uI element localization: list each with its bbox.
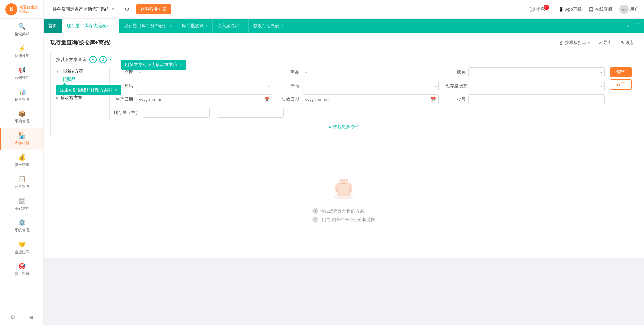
export-button[interactable]: ↗ 导出	[596, 38, 615, 47]
empty-tip-2: 2 用[过滤]条件来缩小分析范围	[312, 217, 375, 223]
sidebar-item-system[interactable]: ⚙️ 系统管理	[0, 215, 43, 237]
tab-close-batch-ledger[interactable]: ×	[206, 24, 208, 28]
origin-select[interactable]	[302, 81, 438, 91]
filter-field-expiry-date: 失效日期 📅	[279, 94, 438, 104]
collapse-sidebar-icon[interactable]: ◀	[28, 313, 34, 322]
filter-refresh-button[interactable]: ↺	[99, 56, 107, 63]
production-date-input[interactable]	[136, 94, 272, 104]
sidebar-item-enterprise[interactable]: 🤝 企业协同	[0, 237, 43, 259]
empty-illustration	[327, 168, 361, 201]
app-download-button[interactable]: 📱 App下载	[558, 6, 582, 12]
filter-field-origin: 产地 ▾	[279, 81, 438, 91]
online-support-button[interactable]: 🎧 在线客服	[588, 6, 612, 12]
sidebar-item-sales[interactable]: 📊 销售管理	[0, 84, 43, 106]
system-icon: ⚙️	[18, 219, 26, 226]
tab-inventory-distribution[interactable]: 现存量（库存分布表） ×	[119, 19, 177, 33]
scheme-tree-desktop[interactable]: ▼ 电脑端方案	[56, 67, 106, 75]
filter-scheme-area: ▼ 电脑端方案 按照品 这里可以创建	[56, 67, 632, 121]
printer-icon: 🖨	[559, 40, 564, 45]
product-dots-menu[interactable]: ···	[302, 70, 309, 75]
production-date-wrap: 📅	[136, 94, 272, 104]
empty-tips: 1 请先选择要分析的方案 2 用[过滤]条件来缩小分析范围	[312, 208, 375, 225]
stock-status-select[interactable]	[470, 81, 605, 91]
scheme-left-panel: ▼ 电脑端方案 按照品 这里可以创建	[56, 67, 110, 121]
sidebar-item-basic-info[interactable]: 📰 基础信息	[0, 193, 43, 215]
size-select-wrap: ▾	[136, 81, 272, 91]
marketing-icon: 📢	[18, 66, 26, 74]
stock-status-select-wrap: ▾	[470, 81, 605, 91]
template-print-button[interactable]: 🖨 按模板打印 ▾	[556, 38, 592, 47]
filter-header: 按以下方案查询 + ↺ ⟵ 电脑方案可设为移动方案哦 ×	[56, 56, 632, 63]
tip-num-2: 2	[312, 217, 318, 223]
tab-home[interactable]: 首页	[44, 19, 62, 33]
empty-tip-1: 1 请先选择要分析的方案	[312, 208, 375, 214]
color-select[interactable]	[468, 67, 605, 77]
expiry-date-input[interactable]	[302, 94, 438, 104]
logo: 6 畅通好生意 标准版	[0, 0, 43, 19]
filter-action-buttons: 查询 设置	[610, 67, 632, 121]
color-select-wrap: ▾	[468, 67, 605, 77]
empty-state: 1 请先选择要分析的方案 2 用[过滤]条件来缩小分析范围	[50, 141, 637, 252]
search-button[interactable]: 查询	[610, 67, 632, 77]
page-title: 现存量查询(按仓库+商品)	[50, 39, 111, 46]
tip-num-1: 1	[312, 208, 318, 214]
reset-button[interactable]: 设置	[610, 79, 632, 90]
message-icon: 💬	[530, 7, 535, 12]
sidebar-item-operations[interactable]: 📋 经营管理	[0, 171, 43, 193]
close-all-tabs-icon[interactable]: ×	[625, 22, 631, 30]
message-button[interactable]: 💬 消息 6	[530, 6, 552, 12]
sidebar-nav: 🔍 搜索菜单 ⚡ 快捷导航 📢 营销推广 📊 销售管理 📦 采购管理 🏪 库存核…	[0, 19, 43, 309]
tab-batch-ledger[interactable]: 库存批次账 ×	[177, 19, 213, 33]
tab-close-inout-flow[interactable]: ×	[241, 24, 243, 28]
sidebar-item-marketing[interactable]: 📢 营销推广	[0, 62, 43, 84]
filter-field-color: 颜色 ▾	[445, 67, 605, 77]
settings-gear-button[interactable]: ⚙	[122, 4, 132, 15]
system-name-label: 装备及固定资产辅助管理系统	[53, 6, 109, 12]
warehouse-dots-menu[interactable]: ···	[136, 70, 143, 75]
tab-close-summary[interactable]: ×	[281, 24, 283, 28]
tab-close-inventory-distribution[interactable]: ×	[170, 24, 172, 28]
sidebar-item-quicknav[interactable]: ⚡ 快捷导航	[0, 41, 43, 62]
industry-solution-button[interactable]: 体验行业方案	[136, 4, 171, 14]
enterprise-icon: 🤝	[18, 241, 26, 248]
sidebar-item-inventory[interactable]: 🏪 库存核算	[0, 128, 43, 150]
collapse-more-conditions[interactable]: ∧ 收起更多条件	[56, 121, 632, 132]
sidebar-item-search[interactable]: 🔍 搜索菜单	[0, 19, 43, 41]
user-avatar: Ea	[619, 5, 629, 14]
filter-label: 按以下方案查询	[56, 57, 87, 63]
system-selector[interactable]: 装备及固定资产辅助管理系统 ▼	[49, 5, 118, 14]
refresh-button[interactable]: ↻ 刷新	[618, 38, 637, 47]
guide-icon: 🎯	[18, 263, 26, 270]
finance-icon: 💰	[18, 154, 26, 161]
filter-field-warehouse: 仓库 ···	[113, 67, 272, 77]
size-select[interactable]	[136, 81, 272, 91]
filter-row-1: 仓库 ··· 商品 ··· 颜色	[113, 67, 605, 77]
tab-inventory-status[interactable]: 现存量（库存状况表） ×	[62, 19, 119, 33]
tab-inout-flow[interactable]: 出入库流水 ×	[213, 19, 248, 33]
stock-qty-max-input[interactable]	[217, 108, 284, 118]
stock-qty-min-input[interactable]	[143, 108, 210, 118]
filter-add-scheme-button[interactable]: +	[89, 56, 97, 63]
filter-row-2: 尺码 ▾ 产地	[113, 81, 605, 91]
export-icon: ↗	[598, 40, 602, 45]
logo-icon: 6	[5, 3, 17, 15]
print-arrow-icon: ▾	[588, 41, 590, 45]
filter-field-size: 尺码 ▾	[113, 81, 272, 91]
sidebar-item-guide[interactable]: 🎯 新手引导	[0, 259, 43, 280]
tab-summary[interactable]: 收发存汇总表 ×	[249, 19, 288, 33]
sidebar-item-finance[interactable]: 💰 资金管理	[0, 150, 43, 171]
filter-field-batch: 批号	[445, 94, 605, 104]
tooltip2-close[interactable]: ×	[115, 88, 117, 92]
tab-close-inventory-status[interactable]: ×	[112, 24, 114, 28]
sidebar-item-purchase[interactable]: 📦 采购管理	[0, 106, 43, 128]
maximize-icon[interactable]: ⛶	[633, 22, 641, 30]
filter-back-button[interactable]: ⟵	[109, 57, 117, 63]
scheme-tree-by-product[interactable]: 按照品	[63, 75, 106, 84]
quicknav-icon: ⚡	[18, 45, 26, 52]
desktop-expand-arrow: ▼	[56, 70, 59, 73]
batch-input[interactable]	[468, 94, 605, 104]
tooltip1-close[interactable]: ×	[180, 62, 182, 67]
settings-bottom-icon[interactable]: ⚙	[9, 313, 16, 322]
main-content: 现存量查询(按仓库+商品) 🖨 按模板打印 ▾ ↗ 导出 ↻ 刷新	[44, 33, 644, 325]
user-menu[interactable]: Ea 用户	[619, 5, 639, 14]
